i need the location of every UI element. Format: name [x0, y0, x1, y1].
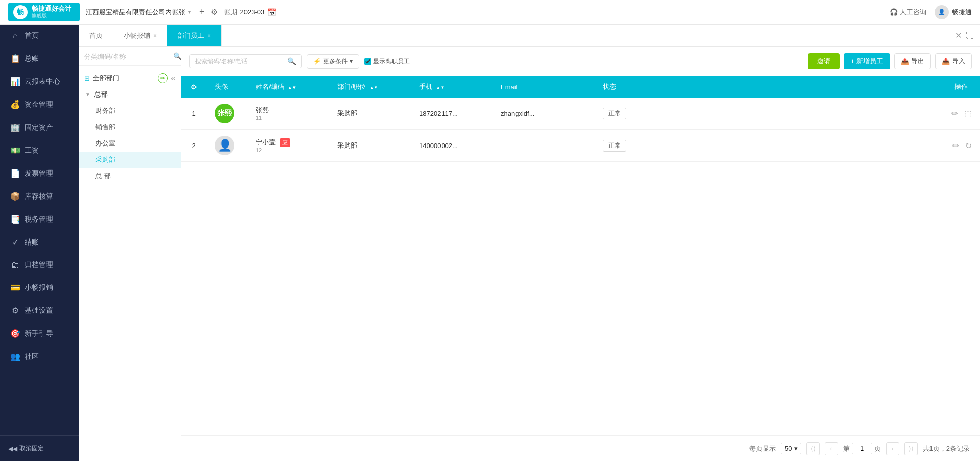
sidebar-bottom: ◀◀ 取消固定: [0, 435, 79, 461]
sidebar-item-home[interactable]: ⌂ 首页: [0, 25, 79, 47]
sidebar-item-salary[interactable]: 💵 工资: [0, 139, 79, 162]
tax-icon: 📑: [10, 214, 20, 224]
row1-exit-icon[interactable]: ⬚: [964, 109, 972, 118]
invite-button[interactable]: 邀请: [808, 53, 840, 69]
per-page-select[interactable]: 50 ▾: [781, 443, 801, 454]
table-row: 1 张熙 张熙 11: [181, 98, 980, 130]
dept-node-finance[interactable]: 财务部: [79, 103, 181, 119]
sidebar-label-invoice: 发票管理: [24, 169, 53, 178]
export-label: 导出: [911, 57, 924, 66]
dept-search-input[interactable]: [84, 53, 170, 60]
logo-subtitle: 旗舰版: [32, 12, 71, 19]
name-sort-icon[interactable]: ▲▼: [288, 86, 296, 90]
show-resigned-label: 显示离职员工: [373, 57, 410, 66]
page-number-input[interactable]: [852, 443, 872, 454]
tab-close-all-button[interactable]: ✕: [955, 31, 962, 40]
export-button[interactable]: 📤 导出: [894, 53, 931, 69]
dept-node-office[interactable]: 办公室: [79, 135, 181, 152]
guide-icon: 🎯: [10, 329, 20, 338]
settings-button[interactable]: ⚙: [211, 7, 218, 17]
main-layout: ⌂ 首页 📋 总账 📊 云报表中心 💰 资金管理 🏢 固定资产 💵 工资 📄 发…: [0, 25, 980, 461]
salary-icon: 💵: [10, 145, 20, 155]
dept-node-purchase[interactable]: 采购部: [79, 152, 181, 168]
row1-edit-icon[interactable]: ✏: [951, 109, 958, 118]
row2-edit-icon[interactable]: ✏: [952, 141, 959, 151]
employee-panel: 🔍 ⚡ 更多条件 ▾ 显示离职员工 邀请 + 新增员工: [181, 47, 980, 461]
sidebar-item-assets[interactable]: 🏢 固定资产: [0, 116, 79, 139]
sidebar-label-inventory: 库存核算: [24, 192, 53, 201]
row2-avatar[interactable]: 👤: [215, 136, 234, 155]
dept-node-general2[interactable]: 总 部: [79, 168, 181, 184]
section-arrow-icon: ▼: [85, 92, 90, 98]
tab-home[interactable]: 首页: [79, 25, 113, 46]
sidebar-item-settings[interactable]: ⚙ 基础设置: [0, 299, 79, 322]
sidebar-label-reports: 云报表中心: [24, 77, 60, 86]
table-settings-icon[interactable]: ⚙: [191, 83, 197, 91]
sidebar-item-invoice[interactable]: 📄 发票管理: [0, 162, 79, 185]
show-resigned-checkbox[interactable]: [364, 58, 371, 65]
sidebar-item-ledger[interactable]: 📋 总账: [0, 47, 79, 70]
import-icon: 📥: [942, 58, 950, 65]
sidebar-item-archive[interactable]: 🗂 归档管理: [0, 254, 79, 276]
row2-avatar-person-icon: 👤: [218, 139, 232, 152]
sidebar-item-expense[interactable]: 💳 小畅报销: [0, 276, 79, 299]
tab-dept-employee-close-icon[interactable]: ×: [207, 32, 211, 39]
row2-refresh-icon[interactable]: ↻: [965, 141, 972, 151]
sidebar-item-tax[interactable]: 📑 税务管理: [0, 208, 79, 231]
filter-more-button[interactable]: ⚡ 更多条件 ▾: [307, 54, 359, 69]
row1-name-cell: 张熙 11: [248, 98, 329, 130]
employee-table: ⚙ 头像 姓名/编码 ▲▼ 部门/职位 ▲▼: [181, 76, 980, 435]
user-area[interactable]: 👤 畅捷通: [935, 5, 972, 19]
dept-node-general[interactable]: ▼ 总部: [79, 86, 181, 103]
dept-sort-icon[interactable]: ▲▼: [370, 86, 378, 90]
logo-area[interactable]: 畅 畅捷通好会计 旗舰版: [8, 3, 80, 22]
sidebar-item-funds[interactable]: 💰 资金管理: [0, 93, 79, 116]
row1-avatar[interactable]: 张熙: [215, 104, 234, 123]
calendar-icon[interactable]: 📅: [267, 8, 276, 16]
import-button[interactable]: 📥 导入: [935, 53, 972, 69]
sidebar-item-close[interactable]: ✓ 结账: [0, 231, 79, 254]
total-label: 共1页，2条记录: [923, 444, 970, 453]
add-employee-button[interactable]: + 新增员工: [844, 53, 890, 69]
phone-sort-icon[interactable]: ▲▼: [436, 86, 445, 90]
tab-home-label: 首页: [89, 31, 103, 40]
page-next-button[interactable]: ›: [886, 442, 899, 455]
sidebar-item-reports[interactable]: 📊 云报表中心: [0, 70, 79, 93]
dept-search-icon[interactable]: 🔍: [173, 52, 181, 60]
tab-expand-button[interactable]: ⛶: [966, 31, 974, 40]
unfix-button[interactable]: ◀◀ 取消固定: [5, 441, 74, 456]
close-accounts-icon: ✓: [10, 237, 20, 247]
sidebar-item-inventory[interactable]: 📦 库存核算: [0, 185, 79, 208]
col-action: 操作: [697, 76, 980, 98]
page-last-button[interactable]: ⟩⟩: [904, 442, 918, 455]
page-first-button[interactable]: ⟨⟨: [806, 442, 820, 455]
dept-sales-label: 销售部: [95, 123, 115, 132]
dept-edit-icon[interactable]: ✏: [158, 73, 168, 83]
page-suffix: 页: [874, 444, 881, 453]
row1-email: zhangxidf...: [493, 98, 595, 130]
tab-dept-employee[interactable]: 部门员工 ×: [167, 25, 222, 46]
user-avatar: 👤: [935, 5, 949, 19]
dept-general-label: 总部: [94, 90, 108, 99]
employee-search-icon[interactable]: 🔍: [287, 57, 296, 65]
page-prev-button[interactable]: ‹: [825, 442, 838, 455]
row1-name: 张熙: [256, 106, 321, 115]
tab-expense-close-icon[interactable]: ×: [153, 32, 157, 39]
archive-icon: 🗂: [10, 260, 20, 270]
add-tab-button[interactable]: +: [199, 7, 205, 17]
show-resigned-checkbox-label[interactable]: 显示离职员工: [364, 57, 410, 66]
company-selector[interactable]: 江西服宝精品有限责任公司内账张 ▾: [86, 8, 191, 17]
dept-all-button[interactable]: ⊞ 全部部门: [84, 74, 119, 83]
employee-search-input[interactable]: [195, 58, 284, 65]
tab-expense[interactable]: 小畅报销 ×: [113, 25, 167, 46]
dept-collapse-icon[interactable]: «: [171, 74, 176, 83]
service-button[interactable]: 🎧 人工咨询: [890, 8, 926, 17]
row1-status-badge: 正常: [603, 108, 626, 119]
sidebar-item-guide[interactable]: 🎯 新手引导: [0, 322, 79, 345]
page-label: 第: [843, 444, 850, 453]
sidebar-item-partner[interactable]: 👥 社区: [0, 345, 79, 368]
employee-search-box: 🔍: [189, 54, 302, 68]
dept-node-sales[interactable]: 销售部: [79, 119, 181, 135]
row1-avatar-text: 张熙: [217, 109, 232, 118]
col-dept: 部门/职位 ▲▼: [329, 76, 411, 98]
